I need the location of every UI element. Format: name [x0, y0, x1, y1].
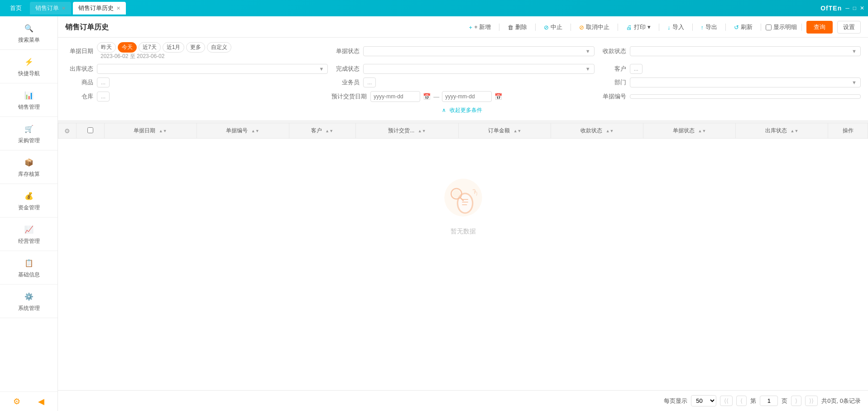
sidebar-item-quick-nav[interactable]: ⚡ 快捷导航 [0, 50, 58, 83]
sidebar-item-label-sales: 销售管理 [18, 103, 40, 111]
filter-bill-status: 单据状态 ▼ [331, 42, 594, 60]
receipt-status-select[interactable]: ▼ [630, 46, 861, 56]
complete-status-select[interactable]: ▼ [363, 64, 594, 74]
date-btn-yesterday[interactable]: 昨天 [97, 42, 116, 53]
customer-picker[interactable]: ... [630, 64, 643, 74]
sidebar-item-search-menu[interactable]: 🔍 搜索菜单 [0, 16, 58, 50]
col-outbound-status-header[interactable]: 出库状态 ▲▼ [736, 123, 828, 139]
first-page-btn[interactable]: ⟨⟨ [720, 396, 733, 406]
outbound-status-label: 出库状态 [65, 65, 97, 73]
warehouse-picker[interactable]: ... [97, 92, 110, 102]
filter-row-4: 仓库 ... 预计交货日期 📅 — 📅 单据编号 [65, 91, 861, 102]
next-page-btn[interactable]: ⟩ [791, 396, 801, 406]
goods-picker[interactable]: ... [97, 77, 110, 87]
date-separator: — [433, 93, 439, 100]
sidebar-item-inventory-calc[interactable]: 📦 库存核算 [0, 150, 58, 184]
window-close[interactable]: ✕ [860, 5, 864, 11]
col-settings-header[interactable]: ⚙ [58, 123, 77, 139]
window-maximize[interactable]: □ [853, 5, 856, 11]
goods-label: 商品 [65, 78, 97, 87]
bill-status-select[interactable]: ▼ [363, 46, 594, 56]
date-buttons: 昨天 今天 近7天 近1月 更多 自定义 [97, 42, 328, 53]
date-btn-today[interactable]: 今天 [118, 42, 137, 53]
cancel-stop-button[interactable]: ⊘ 取消中止 [575, 21, 613, 33]
outbound-status-select[interactable]: ▼ [97, 64, 328, 74]
export-button[interactable]: ↑ 导出 [697, 21, 721, 33]
divider7 [725, 24, 726, 31]
filter-warehouse: 仓库 ... [65, 91, 328, 102]
sidebar-item-basic-info[interactable]: 📋 基础信息 [0, 251, 58, 285]
collapse-more-btn[interactable]: ∧ 收起更多条件 [65, 105, 861, 116]
query-button[interactable]: 查询 [806, 21, 833, 34]
delete-button[interactable]: 🗑 删除 [504, 21, 531, 33]
filter-receipt-status: 收款状态 ▼ [598, 42, 861, 60]
refresh-button[interactable]: ↺ 刷新 [730, 21, 756, 33]
sidebar-item-system-mgmt[interactable]: ⚙️ 系统管理 [0, 285, 58, 318]
toolbar: + + 新增 🗑 删除 ⊘ 中止 ⊘ 取消中止 [465, 21, 861, 34]
collapse-label: 收起更多条件 [450, 107, 482, 113]
department-select[interactable]: ▼ [630, 77, 861, 87]
divider3 [571, 24, 571, 31]
new-button[interactable]: + + 新增 [465, 21, 495, 33]
col-bill-status-header[interactable]: 单据状态 ▲▼ [643, 123, 736, 139]
purchase-mgmt-icon: 🛒 [23, 122, 35, 135]
date-btn-1month[interactable]: 近1月 [163, 42, 185, 53]
date-btn-more[interactable]: 更多 [186, 42, 205, 53]
system-mgmt-icon: ⚙️ [23, 290, 35, 303]
window-minimize[interactable]: ─ [845, 5, 849, 11]
col-bill-no-header[interactable]: 单据编号 ▲▼ [197, 123, 289, 139]
date-btn-7days[interactable]: 近7天 [139, 42, 161, 53]
sidebar-item-label-capital: 资金管理 [18, 204, 40, 212]
calendar-end-icon[interactable]: 📅 [494, 93, 502, 100]
delivery-date-start-input[interactable] [370, 91, 420, 102]
print-button[interactable]: 🖨 打印 ▾ [623, 21, 654, 33]
import-icon: ↓ [667, 24, 671, 31]
settings-bottom-icon[interactable]: ⚙ [13, 396, 20, 406]
sidebar-item-label-basic: 基础信息 [18, 271, 40, 279]
col-bill-date-header[interactable]: 单据日期 ▲▼ [104, 123, 197, 139]
sidebar-item-operations-mgmt[interactable]: 📈 经营管理 [0, 218, 58, 251]
select-all-checkbox[interactable] [87, 127, 93, 133]
col-operation-header: 操作 [828, 123, 868, 139]
col-delivery-header[interactable]: 预计交货... ▲▼ [355, 123, 459, 139]
col-checkbox-header[interactable] [77, 123, 105, 139]
page-label: 页 [782, 397, 787, 405]
show-detail-checkbox[interactable] [766, 24, 772, 30]
salesperson-picker[interactable]: ... [363, 77, 376, 87]
page-size-select[interactable]: 50 10 20 100 [691, 395, 716, 406]
last-page-btn[interactable]: ⟩⟩ [805, 396, 818, 406]
settings-button[interactable]: 设置 [837, 21, 861, 34]
search-menu-icon: 🔍 [23, 22, 35, 34]
filter-salesperson: 业务员 ... [331, 77, 594, 87]
close-sales-order-history-tab[interactable]: ✕ [116, 5, 120, 11]
divider4 [618, 24, 618, 31]
close-sales-order-tab[interactable]: ✕ [62, 5, 66, 11]
sidebar-item-capital-mgmt[interactable]: 💰 资金管理 [0, 184, 58, 218]
import-button[interactable]: ↓ 导入 [664, 21, 688, 33]
delivery-date-label: 预计交货日期 [331, 92, 370, 101]
delivery-date-end-input[interactable] [442, 91, 492, 102]
date-btn-custom[interactable]: 自定义 [207, 42, 231, 53]
sidebar-item-sales-mgmt[interactable]: 📊 销售管理 [0, 83, 58, 117]
col-customer-header[interactable]: 客户 ▲▼ [289, 123, 355, 139]
sidebar: 🔍 搜索菜单 ⚡ 快捷导航 📊 销售管理 🛒 采购管理 📦 库存核算 💰 资金管… [0, 16, 58, 411]
stop-button[interactable]: ⊘ 中止 [540, 21, 566, 33]
prev-page-btn[interactable]: ⟨ [736, 396, 747, 406]
customer-label: 客户 [598, 65, 630, 73]
show-detail-checkbox-label[interactable]: 显示明细 [766, 23, 797, 31]
collapse-sidebar-icon[interactable]: ◀ [38, 396, 44, 406]
calendar-start-icon[interactable]: 📅 [423, 93, 431, 100]
tab-home[interactable]: 首页 [4, 2, 28, 15]
basic-info-icon: 📋 [23, 256, 35, 269]
sidebar-item-purchase-mgmt[interactable]: 🛒 采购管理 [0, 117, 58, 150]
bill-number-input[interactable] [630, 94, 861, 99]
page-number-input[interactable] [760, 396, 778, 406]
tab-sales-order[interactable]: 销售订单 ✕ [30, 2, 71, 15]
print-icon: 🖨 [626, 24, 632, 31]
col-order-amount-header[interactable]: 订单金额 ▲▼ [459, 123, 551, 139]
col-receipt-status-header[interactable]: 收款状态 ▲▼ [551, 123, 643, 139]
tab-sales-order-history[interactable]: 销售订单历史 ✕ [73, 2, 126, 15]
capital-mgmt-icon: 💰 [23, 189, 35, 202]
table-settings-icon[interactable]: ⚙ [64, 127, 70, 135]
sales-mgmt-icon: 📊 [23, 89, 35, 102]
